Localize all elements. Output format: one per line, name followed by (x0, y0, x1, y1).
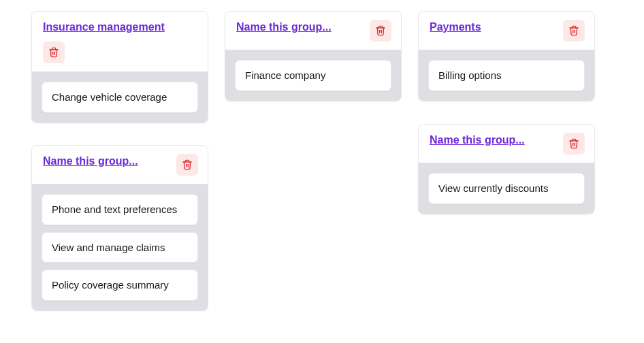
trash-icon (568, 138, 579, 149)
group-body: Phone and text preferences View and mana… (32, 184, 208, 310)
group-body: Finance company (225, 50, 401, 101)
group-body: Billing options (419, 50, 594, 101)
group-header: Payments (419, 12, 594, 50)
group-title-link[interactable]: Insurance management (43, 20, 198, 35)
trash-icon (182, 159, 193, 170)
group-header: Name this group... (419, 125, 594, 163)
delete-group-button[interactable] (370, 20, 391, 42)
list-item[interactable]: View currently discounts (428, 173, 585, 204)
group-header: Name this group... (225, 12, 401, 50)
trash-icon (375, 25, 386, 36)
group-title-link[interactable]: Name this group... (236, 20, 332, 35)
group-card: Name this group... View currently discou… (418, 124, 595, 214)
trash-icon (568, 25, 579, 36)
delete-group-button[interactable] (43, 42, 65, 63)
group-card: Name this group... Finance company (225, 11, 402, 101)
group-card: Insurance management Change vehicle cove… (31, 11, 208, 123)
list-item[interactable]: Finance company (235, 60, 391, 91)
group-header: Name this group... (32, 146, 208, 184)
group-title-link[interactable]: Payments (430, 20, 481, 35)
group-body: View currently discounts (419, 163, 594, 214)
delete-group-button[interactable] (176, 154, 198, 176)
group-title-link[interactable]: Name this group... (43, 154, 138, 169)
group-card: Name this group... Phone and text prefer… (31, 145, 208, 311)
delete-group-button[interactable] (563, 20, 585, 42)
group-header: Insurance management (32, 12, 208, 71)
list-item[interactable]: Change vehicle coverage (42, 82, 198, 113)
list-item[interactable]: Billing options (428, 60, 585, 91)
list-item[interactable]: Policy coverage summary (42, 270, 198, 301)
group-body: Change vehicle coverage (32, 71, 208, 122)
trash-icon (48, 47, 59, 58)
list-item[interactable]: View and manage claims (42, 232, 198, 263)
group-title-link[interactable]: Name this group... (430, 133, 525, 148)
list-item[interactable]: Phone and text preferences (42, 194, 198, 225)
delete-group-button[interactable] (563, 133, 585, 154)
groups-canvas: Insurance management Change vehicle cove… (0, 0, 644, 343)
group-card: Payments Billing options (418, 11, 595, 101)
